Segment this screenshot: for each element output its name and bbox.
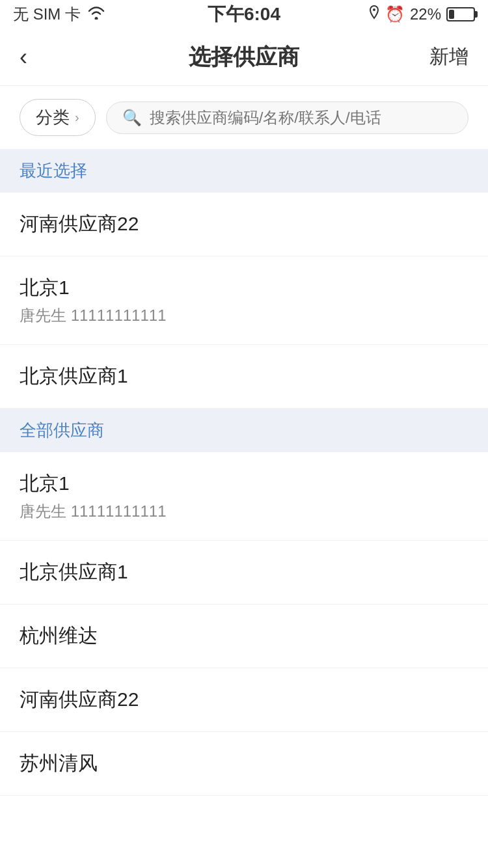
item-name: 河南供应商22 [20, 686, 468, 713]
svg-point-0 [373, 8, 375, 11]
location-icon [368, 5, 380, 23]
item-name: 北京1 [20, 275, 468, 301]
recent-list: 河南供应商22 北京1 唐先生 11111111111 北京供应商1 [0, 193, 488, 409]
item-name: 杭州维达 [20, 623, 468, 649]
status-bar: 无 SIM 卡 下午6:04 ⏰ 22% [0, 0, 488, 29]
all-list-item[interactable]: 杭州维达 [0, 604, 488, 668]
filter-bar: 分类 › 🔍 [0, 86, 488, 149]
battery-icon [446, 7, 475, 21]
search-box[interactable]: 🔍 [106, 102, 468, 134]
search-input[interactable] [150, 109, 452, 127]
recent-section-header: 最近选择 [0, 149, 488, 193]
item-name: 苏州清风 [20, 750, 468, 777]
recent-list-item[interactable]: 河南供应商22 [0, 193, 488, 256]
all-list: 北京1 唐先生 11111111111 北京供应商1 杭州维达 河南供应商22 … [0, 452, 488, 796]
nav-bar: ‹ 选择供应商 新增 [0, 29, 488, 86]
recent-list-item[interactable]: 北京1 唐先生 11111111111 [0, 256, 488, 345]
all-list-item[interactable]: 北京1 唐先生 11111111111 [0, 452, 488, 541]
item-name: 北京供应商1 [20, 559, 468, 586]
item-name: 北京供应商1 [20, 363, 468, 390]
category-label: 分类 [36, 106, 70, 129]
item-name: 北京1 [20, 470, 468, 497]
recent-section-label: 最近选择 [20, 161, 87, 180]
page-title: 选择供应商 [189, 42, 299, 72]
add-button[interactable]: 新增 [429, 44, 468, 70]
carrier-text: 无 SIM 卡 [13, 4, 81, 25]
all-section-header: 全部供应商 [0, 409, 488, 452]
status-time: 下午6:04 [208, 2, 280, 27]
all-list-item[interactable]: 河南供应商22 [0, 668, 488, 732]
search-icon: 🔍 [122, 109, 142, 127]
category-filter[interactable]: 分类 › [20, 99, 96, 136]
recent-list-item[interactable]: 北京供应商1 [0, 345, 488, 409]
item-name: 河南供应商22 [20, 211, 468, 237]
item-sub: 唐先生 11111111111 [20, 501, 468, 522]
all-list-item[interactable]: 北京供应商1 [0, 541, 488, 604]
chevron-right-icon: › [75, 110, 79, 125]
alarm-icon: ⏰ [385, 5, 405, 23]
all-list-item[interactable]: 苏州清风 [0, 732, 488, 796]
status-left: 无 SIM 卡 [13, 4, 105, 25]
status-right: ⏰ 22% [368, 5, 475, 23]
battery-percent: 22% [410, 5, 441, 23]
all-section-label: 全部供应商 [20, 420, 104, 440]
back-button[interactable]: ‹ [20, 44, 59, 71]
item-sub: 唐先生 11111111111 [20, 305, 468, 326]
wifi-icon [87, 5, 105, 23]
